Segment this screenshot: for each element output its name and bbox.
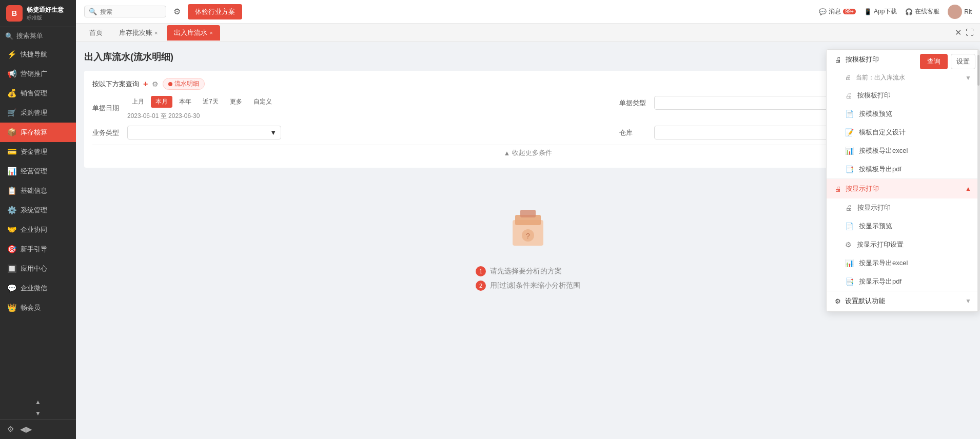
chevron-down-icon-2: ▼ (270, 129, 277, 136)
tab-close-batch-account[interactable]: × (154, 30, 158, 36)
empty-state-icon: ? (502, 205, 554, 256)
sidebar-item-apps[interactable]: 🔲 应用中心 (0, 259, 76, 278)
dropdown-item-template-print[interactable]: 🖨 按模板打印 (827, 86, 979, 105)
sidebar-item-finance[interactable]: 💳 资金管理 (0, 142, 76, 162)
dropdown-current-label: 🖨 当前：出入库流水 ▼ (827, 69, 979, 86)
sidebar-item-sales[interactable]: 💰 销售管理 (0, 84, 76, 103)
sidebar-scroll-up: ▲ (0, 396, 76, 408)
sidebar-item-member[interactable]: 👑 畅会员 (0, 298, 76, 317)
dropdown-item-display-excel[interactable]: 📊 按显示导出excel (827, 254, 979, 272)
sidebar-search[interactable]: 🔍 搜索菜单 (0, 27, 76, 45)
sidebar-item-operations[interactable]: 📊 经营管理 (0, 162, 76, 181)
dropdown-item-template-custom[interactable]: 📝 模板自定义设计 (827, 123, 979, 142)
topbar-right: 💬 消息 99+ 📱 App下载 🎧 在线客服 Rit (819, 5, 972, 19)
sidebar-item-guide[interactable]: 🎯 新手引导 (0, 240, 76, 259)
filter-config-button[interactable]: ⚙ (152, 80, 159, 88)
sidebar-scroll-down[interactable]: ▼ (0, 408, 76, 419)
display-print-icon: 🖨 (845, 204, 852, 212)
filter-add-button[interactable]: + (143, 79, 148, 89)
filter-warehouse-label: 仓库 (619, 128, 650, 137)
dropdown-scrollbar-track (977, 50, 979, 311)
dropdown-item-template-preview[interactable]: 📄 按模板预览 (827, 105, 979, 123)
date-btn-more[interactable]: 更多 (225, 96, 247, 108)
topbar-search-input[interactable] (100, 8, 162, 15)
sales-icon: 💰 (7, 89, 16, 98)
sidebar-item-inventory[interactable]: 📦 库存核算 (0, 123, 76, 142)
sidebar-item-basic[interactable]: 📋 基础信息 (0, 181, 76, 201)
dropdown-section-display-print: 🖨 按显示打印 ▲ 🖨 按显示打印 📄 按显示预览 ⚙ 按显示打印设置 📊 按显… (827, 179, 979, 291)
message-icon: 💬 (819, 8, 827, 15)
sidebar-settings-icon[interactable]: ⚙ (7, 425, 14, 434)
app-logo-text: 畅捷通好生意 标准版 (27, 6, 64, 22)
dropdown-item-display-pdf[interactable]: 📑 按显示导出pdf (827, 272, 979, 291)
sidebar-item-marketing[interactable]: 📢 营销推广 (0, 64, 76, 84)
filter-tag: 流水明细 (163, 78, 205, 90)
tab-flow[interactable]: 出入库流水 × (167, 25, 220, 41)
filter-type-label: 单据类型 (619, 98, 650, 108)
template-preview-icon: 📄 (845, 110, 854, 118)
operations-icon: 📊 (7, 167, 16, 176)
date-btn-custom[interactable]: 自定义 (249, 96, 277, 108)
dropdown-panel: 🖨 按模板打印 ▼ 🖨 当前：出入库流水 ▼ 🖨 按模板打印 📄 按模板预览 📝… (826, 49, 980, 312)
svg-text:?: ? (526, 232, 530, 240)
filter-date-item: 单据日期 上月 本月 本年 近7天 更多 自定义 2023-06-01 至 20… (92, 96, 609, 121)
filter-date-buttons: 上月 本月 本年 近7天 更多 自定义 (127, 96, 277, 108)
dropdown-item-display-settings[interactable]: ⚙ 按显示打印设置 (827, 235, 979, 254)
sidebar-bottom: ⚙ ◀▶ (0, 419, 76, 439)
industry-solution-button[interactable]: 体验行业方案 (188, 4, 242, 19)
window-close-button[interactable]: ✕ (955, 28, 962, 37)
template-pdf-icon: 📑 (845, 165, 854, 173)
user-profile[interactable]: Rit (948, 5, 972, 19)
sidebar-logo: B 畅捷通好生意 标准版 (0, 0, 76, 27)
sidebar: B 畅捷通好生意 标准版 🔍 搜索菜单 ⚡ 快捷导航 📢 营销推广 💰 销售管理… (0, 0, 76, 439)
dropdown-item-template-excel[interactable]: 📊 按模板导出excel (827, 142, 979, 160)
date-btn-7days[interactable]: 近7天 (198, 96, 223, 108)
sidebar-item-wechat[interactable]: 💬 企业微信 (0, 278, 76, 298)
sidebar-item-cooperation[interactable]: 🤝 企业协同 (0, 220, 76, 240)
filter-tag-dot (168, 82, 172, 86)
dropdown-display-print-header[interactable]: 🖨 按显示打印 ▲ (827, 179, 979, 198)
sidebar-item-system[interactable]: ⚙️ 系统管理 (0, 201, 76, 220)
topbar: 🔍 ⚙ 体验行业方案 💬 消息 99+ 📱 App下载 🎧 在线客服 Rit (76, 0, 980, 24)
app-download-button[interactable]: 📱 App下载 (864, 7, 897, 16)
cooperation-icon: 🤝 (7, 225, 16, 234)
tab-close-flow[interactable]: × (209, 30, 212, 36)
filter-date-label: 单据日期 (92, 104, 123, 113)
tab-window-controls: ✕ ⛶ (955, 28, 974, 37)
finance-icon: 💳 (7, 147, 16, 156)
page-title: 出入库流水(流水明细) (84, 51, 173, 63)
settings-button[interactable]: 设置 (951, 54, 975, 69)
marketing-icon: 📢 (7, 69, 16, 78)
tab-batch-account[interactable]: 库存批次账 × (112, 25, 165, 41)
date-btn-this-year[interactable]: 本年 (174, 96, 196, 108)
filter-biz-type-item: 业务类型 ▼ (92, 126, 609, 139)
wechat-icon: 💬 (7, 284, 16, 293)
filter-biz-type-select[interactable]: ▼ (127, 126, 281, 139)
topbar-search-box[interactable]: 🔍 (84, 6, 166, 17)
app-download-icon: 📱 (864, 8, 872, 15)
empty-step-2: 2 用[过滤]条件来缩小分析范围 (476, 281, 580, 291)
sidebar-item-quick-nav[interactable]: ⚡ 快捷导航 (0, 45, 76, 64)
online-service-button[interactable]: 🎧 在线客服 (905, 7, 939, 16)
dropdown-item-display-preview[interactable]: 📄 按显示预览 (827, 217, 979, 235)
tab-home[interactable]: 首页 (82, 25, 110, 41)
dropdown-item-display-print[interactable]: 🖨 按显示打印 (827, 198, 979, 217)
current-icon: 🖨 (845, 74, 851, 81)
query-button[interactable]: 查询 (920, 54, 948, 69)
date-btn-last-month[interactable]: 上月 (127, 96, 149, 108)
window-maximize-button[interactable]: ⛶ (966, 28, 974, 37)
sidebar-nav: ⚡ 快捷导航 📢 营销推广 💰 销售管理 🛒 采购管理 📦 库存核算 💳 资金管… (0, 45, 76, 396)
inventory-icon: 📦 (7, 128, 16, 137)
topbar-gear-icon[interactable]: ⚙ (173, 7, 181, 16)
sidebar-item-purchase[interactable]: 🛒 采购管理 (0, 103, 76, 123)
sidebar-toggle-icon[interactable]: ◀▶ (20, 425, 32, 434)
dropdown-set-default-header[interactable]: ⚙ 设置默认功能 ▼ (827, 291, 979, 311)
chevron-up-display: ▲ (965, 185, 971, 192)
dropdown-item-template-pdf[interactable]: 📑 按模板导出pdf (827, 160, 979, 178)
svg-rect-2 (520, 210, 536, 217)
date-btn-this-month[interactable]: 本月 (151, 96, 172, 108)
message-button[interactable]: 💬 消息 99+ (819, 7, 856, 16)
avatar (948, 5, 962, 19)
topbar-search-icon: 🔍 (89, 8, 97, 15)
display-preview-icon: 📄 (845, 222, 854, 230)
